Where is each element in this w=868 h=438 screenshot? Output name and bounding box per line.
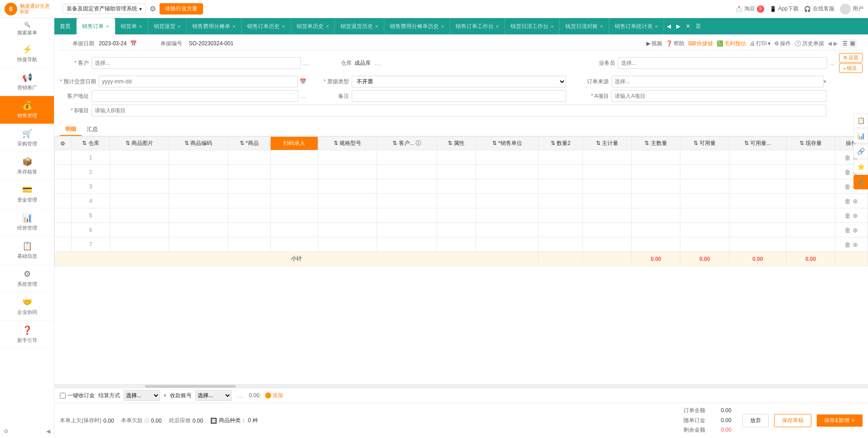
cell-6[interactable] [437,223,476,237]
cell-13[interactable] [786,237,835,252]
delete-row-icon[interactable]: 🗑 [844,183,851,190]
cell-11[interactable] [680,165,729,179]
sidebar-item-capital[interactable]: 💳 资金管理 [0,180,54,208]
cell-3[interactable] [271,208,318,223]
cell-8[interactable] [538,179,583,194]
right-icon-2[interactable]: 📊 [853,129,868,143]
delete-row-icon[interactable]: 🗑 [844,241,851,248]
right-icon-1[interactable]: 📋 [853,113,868,128]
cell-2[interactable] [228,150,271,165]
cell-10[interactable] [631,194,680,208]
cell-3[interactable] [271,179,318,194]
operation-btn[interactable]: ⚙ 操作 [774,40,791,48]
tab-close-all-btn[interactable]: ✕ [683,23,693,29]
tab-close-fee-split[interactable]: ✕ [232,24,236,29]
tab-goods-return[interactable]: 销货退货 ✕ [148,18,187,34]
sidebar-item-sales[interactable]: 💰 销售管理 [0,96,54,124]
b-project-input[interactable] [92,105,826,116]
cell-1[interactable] [169,208,228,223]
cell-1[interactable] [169,179,228,194]
warehouse-dots-icon[interactable]: … [374,59,381,67]
col-current-stock[interactable]: ⇅ 现存量 [786,137,835,150]
calendar-icon[interactable]: 📅 [130,40,137,47]
copy-row-icon[interactable]: ⊕ [853,226,858,234]
tab-order-history[interactable]: 销售订单历史 ✕ [242,18,291,34]
right-icon-5[interactable]: 📎 [853,175,868,189]
cell-2[interactable] [228,179,271,194]
table-scrollbar[interactable] [54,384,868,388]
address-dots-icon[interactable]: … [300,92,306,100]
cell-9[interactable] [583,223,632,237]
tab-summary[interactable]: 汇总 [82,124,103,136]
order-source-dropdown-icon[interactable]: ▾ [824,78,826,85]
settlement-select[interactable]: 选择... [124,390,160,401]
sidebar-item-basic-info[interactable]: 📋 基础信息 [0,236,54,265]
cell-6[interactable] [437,208,476,223]
tab-prev-btn[interactable]: ◀ [664,23,674,29]
cell-0[interactable] [110,179,169,194]
cell-4[interactable] [318,179,377,194]
sidebar-item-operation[interactable]: 📊 经营管理 [0,208,54,236]
help-btn[interactable]: ❓ 帮助 [666,40,684,48]
settings-btn[interactable]: ⚙ 设置 [839,53,863,63]
history-btn[interactable]: 🕐 历史单据 [795,40,824,48]
cell-6[interactable] [437,237,476,252]
view-btn[interactable]: ▶ 视频 [646,40,662,48]
nav-prev-icon[interactable]: ◀ [828,40,832,47]
cell-5[interactable] [377,223,437,237]
col-customer-code[interactable]: ⇅ 客户... ⓘ [377,137,437,150]
tab-close-return-history[interactable]: ✕ [325,24,329,29]
tab-menu-btn[interactable]: ☰ [693,23,703,29]
cell-3[interactable] [271,150,318,165]
cell-5[interactable] [377,165,437,179]
tab-credit-account[interactable]: 钱货日清对账 ✕ [560,18,609,34]
cell-6[interactable] [437,179,476,194]
sidebar-item-guide[interactable]: ❓ 新手引导 [0,321,54,349]
copy-row-icon[interactable]: ⊕ [853,197,858,205]
nav-next-icon[interactable]: ▶ [834,40,838,47]
save-new-button[interactable]: 保存&新增 ∨ [817,414,863,427]
sidebar-item-search-menu[interactable]: 🔍 搜索菜单 [0,18,54,40]
cell-2[interactable] [228,194,271,208]
tab-close-order-history[interactable]: ✕ [281,24,285,29]
cell-5[interactable] [377,194,437,208]
cell-11[interactable] [680,150,729,165]
cell-0[interactable] [110,150,169,165]
tab-credit-daily[interactable]: 钱货日清工作台 ✕ [505,18,560,34]
delete-row-icon[interactable]: 🗑 [844,212,851,219]
cell-3[interactable] [271,223,318,237]
tab-close-sales-order[interactable]: ✕ [106,24,109,29]
tab-goods-return-history[interactable]: 销货退货历史 ✕ [335,18,384,34]
cell-8[interactable] [538,150,583,165]
cell-10[interactable] [631,179,680,194]
sidebar-settings-icon[interactable]: ⚙ [4,428,9,434]
col-scan[interactable]: 扫码录入 [271,137,318,150]
cell-7[interactable] [475,179,538,194]
account-dots-icon[interactable]: … [237,392,243,399]
cell-8[interactable] [538,208,583,223]
cell-2[interactable] [228,223,271,237]
sidebar-item-inventory[interactable]: 📦 库存核算 [0,152,54,180]
cell-8[interactable] [538,237,583,252]
col-unit[interactable]: ⇅ *销售单位 [475,137,538,150]
cell-10[interactable] [631,150,680,165]
tab-home[interactable]: 首页 [54,18,77,34]
cell-4[interactable] [318,223,377,237]
add-payment-btn[interactable]: 🟠 添加 [265,392,283,399]
profit-btn[interactable]: 💹 毛利预估 [717,40,746,48]
customer-dots-icon[interactable]: … [303,59,309,67]
cell-0[interactable] [110,223,169,237]
cell-7[interactable] [475,150,538,165]
col-available2[interactable]: ⇅ 可用量... [729,137,786,150]
notification-item[interactable]: 📩 淘豆 9 [736,5,764,13]
cell-4[interactable] [318,165,377,179]
app-download-item[interactable]: 📱 App下载 [770,5,799,13]
system-selector[interactable]: 装备及固定资产辅助管理系统 ▾ [63,4,146,14]
tab-next-btn[interactable]: ▶ [674,23,683,29]
cell-0[interactable] [110,194,169,208]
order-source-input[interactable] [611,76,824,87]
cell-11[interactable] [680,237,729,252]
cell-5[interactable] [377,237,437,252]
list-view-icon[interactable]: ☰ [843,40,848,47]
cell-1[interactable] [169,150,228,165]
